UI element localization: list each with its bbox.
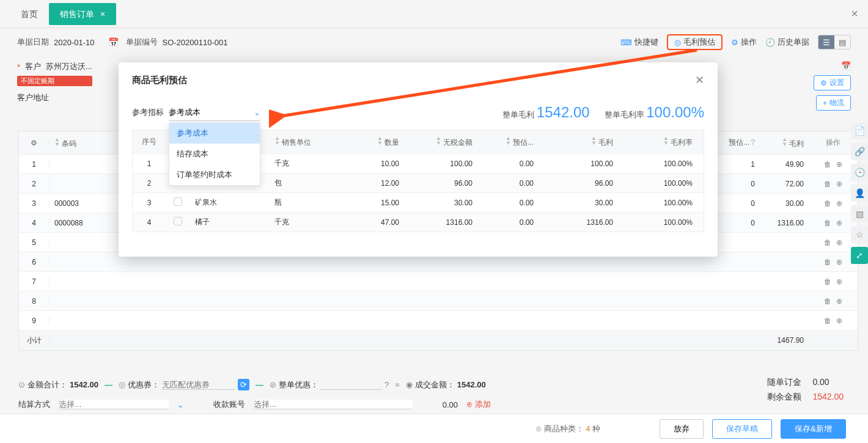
mrow-amt: 30.00: [404, 199, 477, 207]
dropdown-option[interactable]: 订单签约时成本: [169, 164, 260, 185]
indicator-select[interactable]: ⌃ 参考成本 结存成本 订单签约时成本: [169, 104, 260, 121]
mrow-qty: 12.00: [343, 179, 404, 188]
mrow-unit: 千克: [270, 158, 343, 169]
mrow-no: 2: [133, 179, 166, 188]
dropdown-option[interactable]: 结存成本: [169, 144, 260, 164]
indicator-label: 参考指标: [132, 107, 164, 118]
mrow-name: 矿泉水: [190, 197, 270, 208]
mrow-name: 橘子: [190, 217, 270, 227]
mrow-qty: 15.00: [343, 199, 404, 207]
chevron-up-icon: ⌃: [254, 108, 260, 117]
order-rate-label: 整单毛利率: [605, 110, 644, 119]
order-profit-label: 整单毛利: [502, 110, 534, 119]
mrow-rate: 100.00%: [618, 199, 697, 207]
mrow-est: 0.00: [477, 199, 539, 207]
mh-no: 序号: [133, 137, 166, 147]
order-rate-value: 100.00%: [646, 104, 704, 120]
mrow-rate: 100.00%: [618, 179, 697, 188]
mh-profit: 毛利: [598, 138, 613, 147]
mrow-amt: 96.00: [404, 179, 477, 188]
dropdown-option[interactable]: 参考成本: [169, 123, 260, 144]
sort-icon-m1[interactable]: ▲▼: [274, 136, 280, 145]
mh-unit: 销售单位: [282, 138, 311, 147]
modal-title: 商品毛利预估: [132, 75, 187, 86]
mh-qty: 数量: [384, 138, 399, 147]
mrow-est: 0.00: [477, 159, 539, 168]
mrow-unit: 千克: [270, 217, 343, 227]
mrow-amt: 100.00: [404, 159, 477, 168]
modal-close-icon[interactable]: ✕: [695, 73, 704, 87]
sort-icon-m5[interactable]: ▲▼: [591, 136, 597, 145]
mrow-profit: 1316.00: [539, 218, 618, 227]
mrow-amt: 1316.00: [404, 218, 477, 227]
mh-rate: 毛利率: [671, 138, 693, 147]
sort-icon-m6[interactable]: ▲▼: [663, 136, 669, 145]
modal-table-row: 4 橘子 千克 47.00 1316.00 0.00 1316.00 100.0…: [133, 212, 704, 232]
mrow-no: 3: [133, 199, 166, 207]
row-checkbox[interactable]: [174, 197, 182, 206]
indicator-dropdown: 参考成本 结存成本 订单签约时成本: [169, 122, 260, 186]
mrow-qty: 47.00: [343, 218, 404, 227]
mrow-profit: 30.00: [539, 199, 618, 207]
mrow-profit: 96.00: [539, 179, 618, 188]
mrow-rate: 100.00%: [618, 218, 697, 227]
profit-modal: 商品毛利预估 ✕ 参考指标 ⌃ 参考成本 结存成本 订单签约时成本 整单毛利 1…: [119, 62, 718, 257]
mrow-qty: 10.00: [343, 159, 404, 168]
mrow-profit: 100.00: [539, 159, 618, 168]
mrow-unit: 包: [270, 178, 343, 188]
mrow-est: 0.00: [477, 218, 539, 227]
sort-icon-m4[interactable]: ▲▼: [506, 136, 511, 145]
indicator-input[interactable]: [169, 108, 254, 117]
mh-amt: 无税金额: [443, 138, 473, 147]
mrow-rate: 100.00%: [618, 159, 697, 168]
order-profit-value: 1542.00: [537, 104, 590, 120]
row-checkbox[interactable]: [174, 217, 182, 225]
mrow-no: 1: [133, 159, 166, 168]
mrow-est: 0.00: [477, 179, 539, 188]
modal-table-row: 3 矿泉水 瓶 15.00 30.00 0.00 30.00 100.00%: [133, 192, 704, 212]
sort-icon-m2[interactable]: ▲▼: [377, 136, 383, 145]
sort-icon-m3[interactable]: ▲▼: [436, 136, 441, 145]
mh-est: 预估...: [513, 138, 534, 147]
mrow-no: 4: [133, 218, 166, 227]
mrow-unit: 瓶: [270, 197, 343, 208]
